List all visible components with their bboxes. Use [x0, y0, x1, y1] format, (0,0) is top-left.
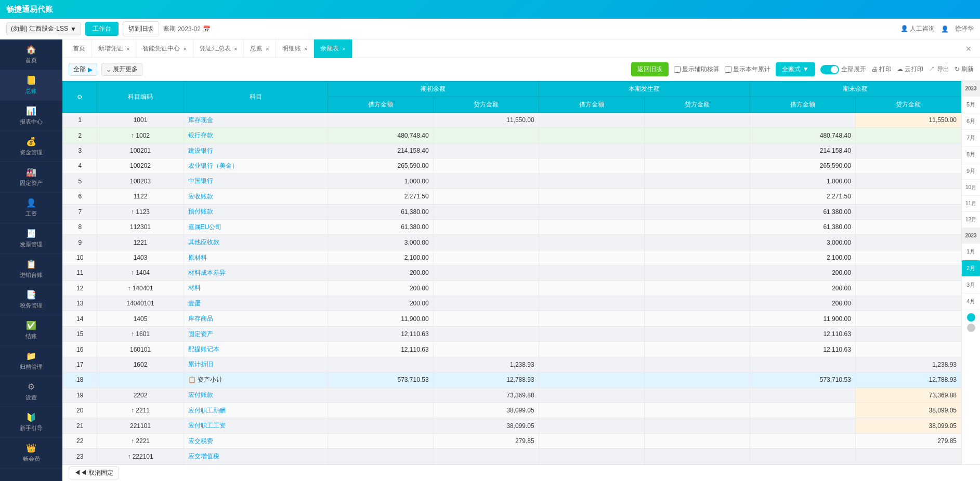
sidebar-item-home[interactable]: 🏠 首页 [0, 39, 62, 70]
export-btn[interactable]: ↗ 导出 [929, 65, 949, 74]
table-row: 22 ↑ 2221 应交税费 279.85 279.85 [63, 433, 961, 448]
cloud-icon: ☁ [897, 65, 903, 73]
row-num: 17 [63, 357, 97, 372]
tab-home[interactable]: 首页 [67, 39, 92, 58]
sidebar-item-guide[interactable]: 🔰 新手引导 [0, 407, 62, 438]
format-dropdown-icon: ▼ [803, 65, 809, 73]
sidebar-item-member[interactable]: 👑 畅会员 [0, 438, 62, 469]
row-code: ↑ 1404 [97, 265, 184, 280]
month-12[interactable]: 12月 [962, 212, 980, 228]
row-code: 1122 [97, 189, 184, 204]
row-end-credit [855, 204, 961, 219]
reports-icon: 📊 [26, 106, 36, 116]
row-begin-credit [433, 265, 539, 280]
row-num: 23 [63, 449, 97, 464]
user-avatar: 👤 [941, 25, 949, 33]
tab-balance-close[interactable]: × [342, 46, 345, 52]
tab-detail[interactable]: 明细账 × [276, 39, 314, 58]
show-auxiliary-checkbox[interactable]: 显示辅助核算 [674, 65, 720, 74]
tab-smart-center[interactable]: 智能凭证中心 × [136, 39, 193, 58]
row-end-debit: 265,590.00 [750, 158, 855, 173]
sidebar-item-tax[interactable]: 📑 税务管理 [0, 285, 62, 315]
row-code [97, 372, 184, 388]
tab-new-voucher-close[interactable]: × [126, 46, 129, 52]
filter-all-tag[interactable]: 全部 ▶ [69, 63, 97, 76]
tab-voucher-summary[interactable]: 凭证汇总表 × [193, 39, 244, 58]
month-11[interactable]: 11月 [962, 196, 980, 212]
row-curr-debit [539, 143, 644, 158]
row-end-debit: 200.00 [750, 280, 855, 296]
month-5[interactable]: 5月 [962, 97, 980, 113]
tab-detail-close[interactable]: × [304, 46, 307, 52]
oldver-button[interactable]: 切到旧版 [123, 21, 159, 36]
cancel-fixed-label: 取消固定 [88, 469, 113, 476]
refresh-btn[interactable]: ↻ 刷新 [955, 65, 974, 74]
row-begin-debit: 3,000.00 [328, 235, 433, 250]
sidebar-item-settings[interactable]: ⚙ 设置 [0, 377, 62, 407]
sidebar-item-invoices[interactable]: 🧾 发票管理 [0, 223, 62, 254]
month-1[interactable]: 1月 [962, 244, 980, 260]
show-ytd-checkbox[interactable]: 显示本年累计 [725, 65, 770, 74]
company-selector[interactable]: (勿删) 江西股金-LSS ▼ [6, 22, 81, 35]
workbench-button[interactable]: 工作台 [85, 22, 119, 36]
sidebar-item-assets[interactable]: 🏭 固定资产 [0, 162, 62, 193]
tab-smart-center-close[interactable]: × [183, 46, 186, 52]
month-6[interactable]: 6月 [962, 113, 980, 130]
row-end-credit [855, 342, 961, 357]
tab-ledger[interactable]: 总账 × [244, 39, 276, 58]
row-begin-debit: 200.00 [328, 296, 433, 311]
tab-ledger-close[interactable]: × [266, 46, 269, 52]
th-settings: ⚙ [63, 82, 97, 113]
row-num: 21 [63, 418, 97, 433]
month-7[interactable]: 7月 [962, 130, 980, 146]
row-end-credit [855, 265, 961, 280]
expand-all-label: 全部展开 [841, 65, 866, 74]
row-code: 221101 [97, 418, 184, 433]
tab-voucher-summary-close[interactable]: × [234, 46, 237, 52]
expand-more-btn[interactable]: ⌄ 展开更多 [101, 63, 142, 76]
app-logo: 畅捷通易代账 [6, 5, 53, 15]
cloud-print-btn[interactable]: ☁ 云打印 [897, 65, 923, 74]
row-curr-debit [539, 280, 644, 296]
month-year-2023[interactable]: 2023 [962, 81, 980, 97]
sidebar-item-settlement[interactable]: ✅ 结账 [0, 315, 62, 346]
calendar-icon[interactable]: 📅 [203, 25, 211, 33]
month-year-2023b[interactable]: 2023 [962, 228, 980, 244]
row-begin-debit: 2,100.00 [328, 250, 433, 265]
toggle-switch[interactable] [820, 65, 839, 74]
month-2[interactable]: 2月 [962, 260, 980, 277]
expand-all-toggle[interactable]: 全部展开 [820, 65, 866, 74]
consult-link[interactable]: 👤 人工咨询 [900, 24, 935, 33]
month-10[interactable]: 10月 [962, 180, 980, 196]
sidebar: 🏠 首页 📒 总账 📊 报表中心 💰 资金管理 🏭 固定资产 👤 工资 🧾 发票… [0, 39, 62, 481]
row-begin-debit [328, 433, 433, 448]
cancel-fixed-button[interactable]: ◀◀ 取消固定 [69, 466, 119, 479]
sidebar-item-ledger[interactable]: 📒 总账 [0, 70, 62, 101]
month-sidebar: 2023 5月 6月 7月 8月 9月 10月 11月 12月 2023 1月 … [961, 81, 980, 464]
sidebar-item-payroll[interactable]: 👤 工资 [0, 193, 62, 223]
month-4[interactable]: 4月 [962, 293, 980, 310]
row-end-debit: 12,110.63 [750, 326, 855, 341]
tab-balance[interactable]: 余额表 × [314, 39, 352, 58]
month-8[interactable]: 8月 [962, 146, 980, 163]
row-curr-credit [644, 342, 750, 357]
sidebar-item-reports[interactable]: 📊 报表中心 [0, 101, 62, 131]
return-oldver-button[interactable]: 返回旧版 [631, 62, 669, 76]
main-layout: 🏠 首页 📒 总账 📊 报表中心 💰 资金管理 🏭 固定资产 👤 工资 🧾 发票… [0, 39, 980, 481]
ledger-icon: 📒 [26, 75, 36, 85]
print-btn[interactable]: 🖨 打印 [871, 65, 892, 74]
auxiliary-check[interactable] [674, 66, 681, 73]
sidebar-item-archive[interactable]: 📁 归档管理 [0, 346, 62, 377]
ytd-check[interactable] [725, 66, 731, 73]
month-3[interactable]: 3月 [962, 277, 980, 293]
table-row: 20 ↑ 2211 应付职工薪酬 38,099.05 38,099.05 [63, 403, 961, 418]
sidebar-item-sales[interactable]: 📋 进销台账 [0, 254, 62, 285]
tab-new-voucher[interactable]: 新增凭证 × [92, 39, 136, 58]
th-code: 科目编码 [97, 82, 184, 113]
full-format-button[interactable]: 全账式 ▼ [776, 62, 815, 76]
sidebar-item-funds[interactable]: 💰 资金管理 [0, 131, 62, 162]
row-begin-debit: 12,110.63 [328, 342, 433, 357]
th-end-credit: 贷方金额 [855, 97, 961, 113]
month-9[interactable]: 9月 [962, 163, 980, 180]
tab-area-close[interactable]: ✕ [961, 45, 976, 53]
